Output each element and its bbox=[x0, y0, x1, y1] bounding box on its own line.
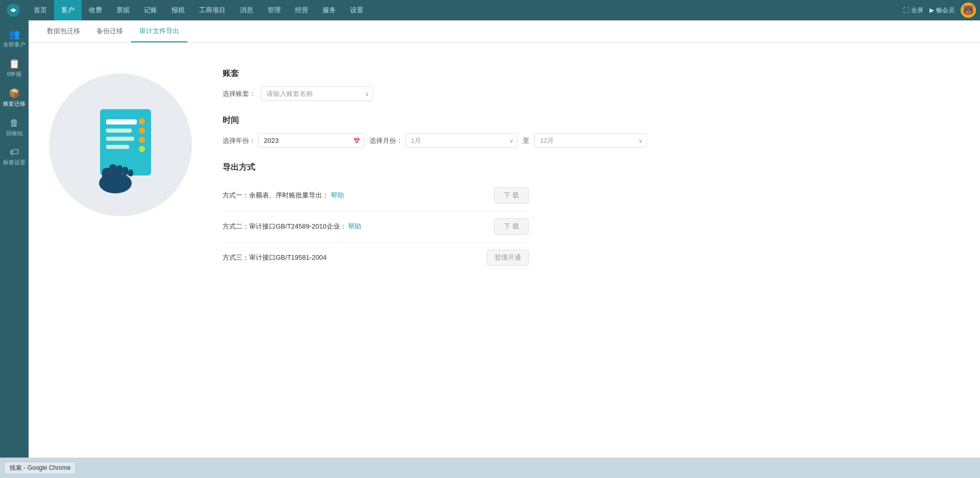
sidebar-label-recycle-bin: 回收站 bbox=[6, 130, 23, 137]
export-method-2-download-button[interactable]: 下 载 bbox=[494, 218, 529, 235]
sidebar-item-account-migration[interactable]: 📦 账套迁移 bbox=[1, 84, 28, 111]
taskbar: 线索 - Google Chrome bbox=[0, 458, 980, 478]
svg-point-7 bbox=[139, 128, 145, 134]
export-method-2-help-link[interactable]: 帮助 bbox=[348, 222, 361, 230]
year-label: 选择年份： bbox=[223, 136, 253, 145]
nav-item-消息[interactable]: 消息 bbox=[233, 0, 260, 20]
svg-rect-13 bbox=[116, 165, 122, 174]
export-method-3-label: 方式三：审计接口GB/T19581-2004 bbox=[223, 253, 327, 262]
nav-item-票据[interactable]: 票据 bbox=[109, 0, 137, 20]
account-section: 账套 选择账套： 请输入账套名称 bbox=[223, 68, 529, 101]
account-select-label: 选择账套： bbox=[223, 89, 256, 98]
svg-rect-3 bbox=[106, 129, 132, 133]
export-method-1-download-button[interactable]: 下 载 bbox=[494, 187, 529, 204]
sidebar-item-recycle-bin[interactable]: 🗑 回收站 bbox=[1, 114, 28, 141]
tab-bar: 数据包迁移 备份迁移 审计文件导出 bbox=[29, 20, 980, 43]
account-row: 选择账套： 请输入账套名称 bbox=[223, 86, 529, 101]
month-start-select[interactable]: 1月2月3月4月 5月6月7月8月 9月10月11月12月 bbox=[405, 133, 518, 148]
svg-point-6 bbox=[139, 118, 145, 124]
account-select[interactable]: 请输入账套名称 bbox=[261, 86, 373, 101]
tab-backup-migration[interactable]: 备份迁移 bbox=[88, 20, 131, 42]
tab-audit-export-label: 审计文件导出 bbox=[139, 27, 179, 36]
svg-rect-12 bbox=[109, 164, 116, 174]
content-area: 数据包迁移 备份迁移 审计文件导出 bbox=[29, 20, 980, 458]
taskbar-item-chrome[interactable]: 线索 - Google Chrome bbox=[4, 462, 76, 474]
sidebar-item-tag-settings[interactable]: 🏷 标签设置 bbox=[1, 143, 28, 170]
month-label: 选择月份： bbox=[370, 136, 400, 145]
time-row: 选择年份： 选择月份： 1月2月3月4月 5月6月7月8月 9月10月11月12… bbox=[223, 133, 529, 148]
illustration-circle bbox=[49, 73, 192, 216]
vip-label: 畅会员 bbox=[936, 6, 954, 15]
sidebar: 👥 全部客户 📋 0申报 📦 账套迁移 🗑 回收站 🏷 标签设置 bbox=[0, 20, 29, 458]
export-method-3: 方式三：审计接口GB/T19581-2004 暂缓开通 bbox=[223, 242, 529, 273]
sidebar-item-zero-report[interactable]: 📋 0申报 bbox=[1, 54, 28, 82]
export-section-title: 导出方式 bbox=[223, 162, 529, 173]
nav-item-管理[interactable]: 管理 bbox=[260, 0, 288, 20]
fullscreen-icon: ⛶ bbox=[903, 7, 909, 14]
nav-item-经营[interactable]: 经营 bbox=[288, 0, 315, 20]
account-migration-icon: 📦 bbox=[9, 88, 20, 99]
nav-item-记账[interactable]: 记账 bbox=[137, 0, 164, 20]
logo[interactable] bbox=[4, 1, 22, 19]
export-method-1-help-link[interactable]: 帮助 bbox=[331, 191, 344, 199]
fullscreen-button[interactable]: ⛶ 全屏 bbox=[903, 6, 923, 15]
svg-rect-4 bbox=[106, 137, 134, 141]
zero-report-icon: 📋 bbox=[9, 58, 20, 69]
nav-right: ⛶ 全屏 ▶ 畅会员 🐻 bbox=[903, 3, 976, 18]
svg-rect-14 bbox=[122, 167, 128, 175]
export-method-2: 方式二：审计接口GB/T24589-2010企业： 帮助 下 载 bbox=[223, 211, 529, 242]
account-select-wrapper: 请输入账套名称 bbox=[261, 86, 373, 101]
account-section-title: 账套 bbox=[223, 68, 529, 79]
sidebar-label-zero-report: 0申报 bbox=[7, 71, 21, 78]
time-section-title: 时间 bbox=[223, 115, 529, 126]
nav-items: 首页客户收费票据记账报税工商项目消息管理经营服务设置 bbox=[27, 0, 903, 20]
sidebar-label-tag-settings: 标签设置 bbox=[3, 159, 26, 166]
month-end-wrapper: 1月2月3月4月 5月6月7月8月 9月10月11月12月 bbox=[534, 133, 647, 148]
fullscreen-label: 全屏 bbox=[911, 6, 923, 15]
tag-settings-icon: 🏷 bbox=[10, 147, 19, 158]
sidebar-label-account-migration: 账套迁移 bbox=[3, 100, 26, 107]
export-section: 导出方式 方式一：余额表、序时账批量导出： 帮助 下 载 方式二：审计接口GB/… bbox=[223, 162, 529, 273]
year-input-wrapper bbox=[258, 133, 364, 148]
avatar[interactable]: 🐻 bbox=[961, 3, 976, 18]
nav-item-设置[interactable]: 设置 bbox=[343, 0, 371, 20]
nav-item-收费[interactable]: 收费 bbox=[82, 0, 109, 20]
main-layout: 👥 全部客户 📋 0申报 📦 账套迁移 🗑 回收站 🏷 标签设置 数据包迁移 bbox=[0, 20, 980, 458]
sidebar-label-all-customers: 全部客户 bbox=[3, 41, 26, 48]
illustration-wrapper bbox=[49, 73, 192, 216]
svg-rect-15 bbox=[128, 169, 133, 177]
nav-item-首页[interactable]: 首页 bbox=[27, 0, 54, 20]
tab-data-migration-label: 数据包迁移 bbox=[47, 27, 80, 36]
vip-button[interactable]: ▶ 畅会员 bbox=[929, 6, 954, 15]
svg-point-9 bbox=[139, 146, 145, 152]
sidebar-item-all-customers[interactable]: 👥 全部客户 bbox=[1, 24, 28, 52]
export-method-3-coming-soon-button: 暂缓开通 bbox=[487, 249, 529, 266]
nav-item-服务[interactable]: 服务 bbox=[315, 0, 343, 20]
main-content: 账套 选择账套： 请输入账套名称 时间 选择年份： bbox=[29, 43, 980, 458]
export-method-1-text: 方式一：余额表、序时账批量导出： bbox=[223, 191, 329, 199]
time-section: 时间 选择年份： 选择月份： 1月2月3月4月 5月6月7月8月 9月10月11… bbox=[223, 115, 529, 148]
tab-data-migration[interactable]: 数据包迁移 bbox=[39, 20, 88, 42]
all-customers-icon: 👥 bbox=[9, 29, 20, 40]
taskbar-item-chrome-label: 线索 - Google Chrome bbox=[10, 464, 70, 471]
time-separator: 至 bbox=[523, 136, 529, 145]
recycle-bin-icon: 🗑 bbox=[10, 118, 19, 129]
tab-audit-export[interactable]: 审计文件导出 bbox=[131, 20, 187, 42]
nav-item-客户[interactable]: 客户 bbox=[54, 0, 82, 20]
month-end-select[interactable]: 1月2月3月4月 5月6月7月8月 9月10月11月12月 bbox=[534, 133, 647, 148]
nav-item-报税[interactable]: 报税 bbox=[164, 0, 192, 20]
export-method-2-text: 方式二：审计接口GB/T24589-2010企业： bbox=[223, 222, 347, 230]
top-nav: 首页客户收费票据记账报税工商项目消息管理经营服务设置 ⛶ 全屏 ▶ 畅会员 🐻 bbox=[0, 0, 980, 20]
svg-point-8 bbox=[139, 137, 145, 143]
svg-rect-5 bbox=[106, 145, 129, 149]
nav-item-工商项目[interactable]: 工商项目 bbox=[192, 0, 233, 20]
tab-backup-migration-label: 备份迁移 bbox=[96, 27, 123, 36]
form-area: 账套 选择账套： 请输入账套名称 时间 选择年份： bbox=[223, 63, 529, 287]
year-input[interactable] bbox=[258, 133, 364, 148]
svg-rect-2 bbox=[106, 119, 137, 124]
export-method-2-label: 方式二：审计接口GB/T24589-2010企业： 帮助 bbox=[223, 222, 361, 231]
month-start-wrapper: 1月2月3月4月 5月6月7月8月 9月10月11月12月 bbox=[405, 133, 518, 148]
vip-icon: ▶ bbox=[929, 7, 934, 14]
export-method-1-label: 方式一：余额表、序时账批量导出： 帮助 bbox=[223, 191, 344, 200]
export-method-1: 方式一：余额表、序时账批量导出： 帮助 下 载 bbox=[223, 180, 529, 211]
